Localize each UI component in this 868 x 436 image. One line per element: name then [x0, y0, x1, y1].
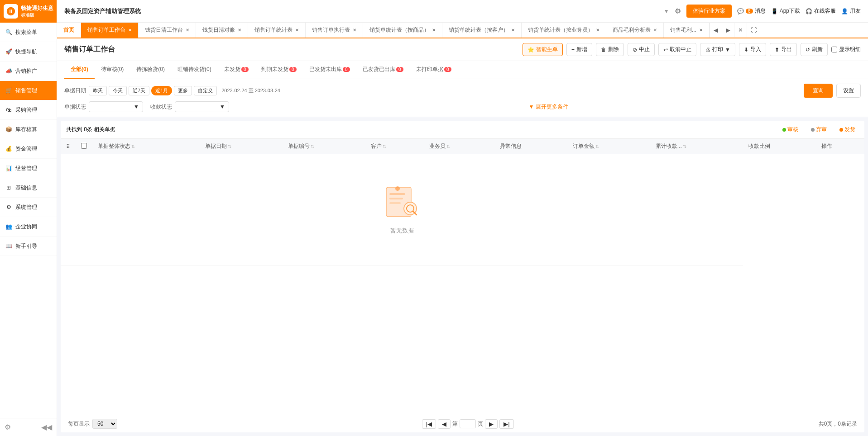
date-btn-更多[interactable]: 更多 [174, 86, 192, 95]
app-download-btn[interactable]: 📱 App下载 [771, 7, 800, 15]
sidebar-item-group[interactable]: 👥企业协同 [0, 217, 57, 237]
plus-icon: + [571, 47, 575, 53]
show-detail-check[interactable]: 显示明细 [831, 46, 861, 53]
sidebar-nav: 🔍搜索菜单🚀快捷导航📣营销推广🛒销售管理🛍采购管理📦库存核算💰资金管理📊经营管理… [0, 23, 57, 256]
sidebar-item-grid[interactable]: ⊞基础信息 [0, 178, 57, 198]
filter-tab-3[interactable]: 旺铺待发货(0) [171, 61, 218, 79]
tab-3[interactable]: 钱货日清对账✕ [196, 23, 248, 38]
col-header-2[interactable]: 单据编号⇅ [283, 139, 365, 154]
tab-close-7[interactable]: ✕ [511, 28, 515, 33]
print-button[interactable]: 🖨 打印 ▼ [700, 43, 735, 56]
import-button[interactable]: ⬇ 导入 [739, 43, 766, 56]
tab-close-8[interactable]: ✕ [596, 28, 599, 33]
next-page-btn[interactable]: ▶ [485, 419, 498, 429]
filter-tab-0[interactable]: 全部(0) [64, 61, 95, 79]
per-page-select[interactable]: 102050100 [92, 419, 117, 429]
col-header-7[interactable]: 累计收款...⇅ [650, 139, 743, 154]
query-button[interactable]: 查询 [804, 84, 833, 98]
user-btn[interactable]: 👤 用友 [841, 7, 861, 15]
select-all-checkbox[interactable] [81, 143, 87, 149]
first-page-btn[interactable]: |◀ [422, 419, 436, 429]
tab-8[interactable]: 销货单统计表（按业务员）✕ [522, 23, 606, 38]
sidebar-item-money[interactable]: 💰资金管理 [0, 139, 57, 159]
tab-close-6[interactable]: ✕ [432, 28, 436, 33]
review-action-btn[interactable]: 审核 [779, 124, 802, 135]
last-page-btn[interactable]: ▶| [499, 419, 513, 429]
tab-close-1[interactable]: ✕ [128, 28, 132, 33]
col-header-0[interactable]: 单据整体状态⇅ [92, 139, 200, 154]
table-scroll[interactable]: ⠿单据整体状态⇅单据日期⇅单据编号⇅客户⇅业务员⇅异常信息订单金额⇅累计收款..… [61, 139, 864, 415]
smart-button[interactable]: ⭐ 智能生单 [523, 43, 563, 56]
prev-page-btn[interactable]: ◀ [438, 419, 451, 429]
empty-text: 暂无数据 [390, 227, 414, 235]
add-button[interactable]: + 新增 [566, 43, 592, 56]
cancel-pause-button[interactable]: ↩ 取消中止 [658, 43, 696, 56]
settings-bottom-icon[interactable]: ⚙ [5, 423, 11, 431]
date-btn-近7天[interactable]: 近7天 [129, 86, 149, 95]
tab-7[interactable]: 销货单统计表（按客户）✕ [442, 23, 522, 38]
date-btn-昨天[interactable]: 昨天 [89, 86, 107, 95]
delete-button[interactable]: 🗑 删除 [596, 43, 624, 56]
sidebar-item-guide[interactable]: 📖新手引导 [0, 237, 57, 256]
collapse-icon[interactable]: ◀◀ [41, 423, 52, 431]
tab-close-3[interactable]: ✕ [238, 28, 241, 33]
sidebar-item-settings[interactable]: ⚙系统管理 [0, 198, 57, 217]
gear-icon[interactable]: ⚙ [675, 7, 681, 15]
tab-2[interactable]: 钱货日清工作台✕ [139, 23, 196, 38]
sidebar-item-megaphone[interactable]: 📣营销推广 [0, 62, 57, 81]
filter-tab-5[interactable]: 到期未发货0 [255, 61, 303, 79]
filter-tab-6[interactable]: 已发货未出库0 [303, 61, 356, 79]
sidebar-item-cart[interactable]: 🛒销售管理 [0, 81, 57, 100]
trial-button[interactable]: 体验行业方案 [686, 5, 732, 18]
page-input[interactable]: 1 [460, 419, 476, 428]
ship-action-btn[interactable]: 发货 [836, 124, 859, 135]
tab-close-2[interactable]: ✕ [186, 28, 189, 33]
message-badge: 6 [746, 9, 753, 14]
sidebar-item-search[interactable]: 🔍搜索菜单 [0, 23, 57, 42]
col-check[interactable] [76, 139, 92, 154]
filter-tab-4[interactable]: 未发货0 [218, 61, 255, 79]
filter-tab-1[interactable]: 待审核(0) [95, 61, 130, 79]
sidebar-item-box[interactable]: 📦库存核算 [0, 120, 57, 139]
tab-close-all-btn[interactable]: ✕ [734, 23, 747, 37]
payment-select[interactable]: ▼ [175, 101, 229, 112]
date-btn-自定义[interactable]: 自定义 [194, 86, 217, 95]
sidebar-item-chart[interactable]: 📊经营管理 [0, 159, 57, 178]
tab-close-10[interactable]: ✕ [699, 28, 703, 33]
col-header-1[interactable]: 单据日期⇅ [200, 139, 283, 154]
filter-tab-7[interactable]: 已发货已出库0 [356, 61, 410, 79]
expand-filter-btn[interactable]: ▼ 展开更多条件 [529, 103, 569, 111]
tab-4[interactable]: 销售订单统计表✕ [248, 23, 306, 38]
tab-1[interactable]: 销售订单工作台✕ [81, 23, 139, 38]
tab-close-4[interactable]: ✕ [295, 28, 299, 33]
date-btn-今天[interactable]: 今天 [109, 86, 127, 95]
tab-expand-btn[interactable]: ⛶ [747, 23, 760, 37]
tab-close-9[interactable]: ✕ [653, 28, 657, 33]
col-header-3[interactable]: 客户⇅ [365, 139, 424, 154]
refresh-button[interactable]: ↺ 刷新 [801, 43, 828, 56]
filter-tab-8[interactable]: 未打印单据0 [410, 61, 458, 79]
tab-close-5[interactable]: ✕ [353, 28, 356, 33]
dropdown-arrow-icon[interactable]: ▼ [664, 8, 669, 14]
tab-10[interactable]: 销售毛利...✕ [664, 23, 710, 38]
status-select[interactable]: ▼ [89, 101, 143, 112]
sidebar-item-rocket[interactable]: 🚀快捷导航 [0, 42, 57, 62]
col-header-4[interactable]: 业务员⇅ [424, 139, 494, 154]
col-header-6[interactable]: 订单金额⇅ [567, 139, 650, 154]
tab-scroll-right-btn[interactable]: ▶ [722, 23, 734, 37]
set-button[interactable]: 设置 [836, 84, 861, 98]
online-service-btn[interactable]: 🎧 在线客服 [806, 7, 836, 15]
tab-0[interactable]: 首页 [57, 23, 81, 38]
cancel-review-action-btn[interactable]: 弃审 [807, 124, 830, 135]
sidebar-item-bag[interactable]: 🛍采购管理 [0, 100, 57, 120]
pause-button[interactable]: ⊘ 中止 [628, 43, 655, 56]
filter-tab-2[interactable]: 待拣验货(0) [130, 61, 171, 79]
show-detail-checkbox[interactable] [831, 47, 837, 52]
export-button[interactable]: ⬆ 导出 [770, 43, 797, 56]
tab-6[interactable]: 销货单统计表（按商品）✕ [363, 23, 442, 38]
tab-9[interactable]: 商品毛利分析表✕ [606, 23, 664, 38]
tab-scroll-left-btn[interactable]: ◀ [710, 23, 722, 37]
tab-5[interactable]: 销售订单执行表✕ [306, 23, 363, 38]
date-btn-近1月[interactable]: 近1月 [151, 86, 172, 95]
message-btn[interactable]: 💬 6 消息 [737, 7, 766, 15]
